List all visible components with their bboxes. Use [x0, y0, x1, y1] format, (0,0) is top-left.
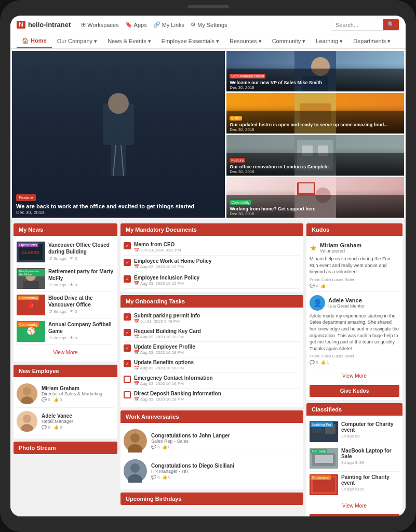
hero-section: Feature We are back to work at the offic… — [10, 49, 406, 219]
employee-name: Adele Vance — [42, 413, 73, 419]
doc-checkbox[interactable] — [124, 242, 131, 249]
news-title: Retirement party for Marty McFly — [48, 268, 114, 282]
anniversary-item[interactable]: Congratulations to John Langer Sales Rep… — [124, 426, 300, 456]
task-checkbox[interactable] — [124, 376, 131, 383]
news-item[interactable]: Operations CLOSED Vancouver Office Close… — [17, 239, 114, 265]
classified-tag: For Sale — [311, 449, 327, 454]
news-thumb: Employees on the Move — [17, 268, 45, 289]
nav-apps[interactable]: 🔖 Apps — [125, 21, 147, 28]
emp-comments: 💬 0 — [42, 425, 50, 430]
anniversary-avatar — [124, 459, 147, 483]
anniversary-meta: 💬 0 👍 0 — [151, 475, 234, 480]
news-time: ⏱ 8d ago — [48, 283, 66, 287]
classified-item[interactable]: Fundraiser Painting for Charity event 3d… — [310, 472, 399, 498]
employee-avatar — [17, 411, 37, 432]
doc-checkbox[interactable] — [124, 275, 131, 283]
kudos-meta: 💬 0 👍 1 — [310, 284, 399, 288]
task-date: 📅 Aug 03, 2020 10:18 PM — [134, 366, 194, 370]
task-checkbox[interactable] — [124, 360, 131, 367]
news-view-more[interactable]: View More — [17, 345, 114, 358]
task-title: Direct Deposit Banking Information — [134, 391, 221, 396]
anniversaries-section: Work Anniversaries Congratulations to Jo… — [120, 410, 303, 489]
task-item[interactable]: Emergency Contact Information 📅 Aug 03, … — [124, 373, 300, 389]
three-column-layout: My News Operations CLOSED Vancouver Offi… — [10, 223, 406, 516]
hero-top-right1[interactable]: Staff Announcement Welcome our new VP of… — [226, 51, 404, 91]
doc-item[interactable]: Memo from CEO 📅 Jun 29, 2020 9:31 PM — [124, 239, 300, 256]
nav-resources[interactable]: Resources ▾ — [224, 35, 267, 48]
nav-learning[interactable]: Learning ▾ — [311, 35, 348, 48]
upcoming-birthdays-header: Upcoming Birthdays — [120, 493, 303, 505]
classified-item[interactable]: Looking For Computer for Charity event 3… — [310, 419, 399, 445]
search-input[interactable] — [331, 20, 383, 30]
anniversary-avatar — [124, 429, 147, 453]
hero-tr1-tag: Staff Announcement — [230, 74, 265, 78]
classifieds-view-more[interactable]: View More — [310, 498, 399, 512]
emp-likes: 👍 0 — [53, 397, 62, 402]
news-item[interactable]: Community ⚾ Annual Company Softball Game… — [17, 318, 114, 345]
task-item[interactable]: Update Employee Profile 📅 Aug 03, 2020 1… — [124, 342, 300, 357]
task-checkbox[interactable] — [124, 391, 131, 398]
doc-item[interactable]: Employee Work at Home Policy 📅 Aug 03, 2… — [124, 256, 300, 272]
task-item[interactable]: Request Building Key Card 📅 Aug 03, 2020… — [124, 326, 300, 342]
task-date: 📅 Aug 03, 2020 10:18 PM — [134, 397, 221, 402]
settings-icon: ⚙ — [191, 21, 196, 28]
nav-employee-essentials[interactable]: Employee Essentials ▾ — [156, 35, 224, 48]
nav-our-company[interactable]: Our Company ▾ — [52, 35, 103, 48]
classified-info: MacBook Laptop for Sale 3d ago $499 — [341, 448, 399, 465]
hero-right-column: Staff Announcement Welcome our new VP of… — [226, 51, 404, 218]
svg-text:🩸: 🩸 — [25, 299, 36, 309]
task-item[interactable]: Submit parking permit info 📅 Jul 31, 202… — [124, 311, 300, 326]
nav-workspaces[interactable]: ⊞ Workspaces — [81, 21, 118, 28]
classified-title: MacBook Laptop for Sale — [341, 448, 399, 459]
anniversaries-body: Congratulations to John Langer Sales Rep… — [120, 423, 303, 489]
hero-br2-tag: Community — [230, 200, 251, 205]
task-checkbox[interactable] — [124, 329, 131, 336]
news-item[interactable]: Community 🩸 Blood Drive at the Vancouver… — [17, 292, 114, 318]
nav-my-links[interactable]: 🔗 My Links — [153, 21, 184, 28]
nav-community[interactable]: Community ▾ — [267, 35, 311, 48]
hero-bot-right1[interactable]: Feature Our office renovation in London … — [226, 135, 404, 176]
hero-main-article[interactable]: Feature We are back to work at the offic… — [12, 51, 225, 218]
search-button[interactable]: 🔍 — [383, 19, 399, 30]
doc-checkbox[interactable] — [124, 259, 131, 266]
new-employee-section: New Employee Miriam Graham Director of S… — [14, 365, 117, 438]
doc-date: 📅 Aug 03, 2020 10:12 PM — [134, 281, 199, 286]
hero-br1-caption: Feature Our office renovation in London … — [226, 153, 404, 176]
classified-meta: 3d ago $199 — [341, 487, 399, 491]
home-icon: 🏠 — [22, 37, 29, 44]
hero-bot-right2[interactable]: Community Working from home? Get support… — [226, 177, 404, 218]
kudos-avatar-icon: 👤 — [310, 295, 325, 311]
logo[interactable]: hi hello-intranet — [17, 21, 71, 29]
doc-item[interactable]: Employee Inclusion Policy 📅 Aug 03, 2020… — [124, 272, 300, 289]
my-news-section: My News Operations CLOSED Vancouver Offi… — [14, 223, 117, 362]
give-kudos-button[interactable]: Give Kudos — [310, 385, 399, 397]
task-checkbox[interactable] — [124, 344, 131, 352]
task-item[interactable]: Direct Deposit Banking Information 📅 Aug… — [124, 389, 300, 404]
anniversary-item[interactable]: Congratulations to Diego Siciliani HR Ma… — [124, 456, 300, 486]
task-info: Submit parking permit info 📅 Jul 31, 202… — [134, 313, 200, 324]
task-info: Update Employee Profile 📅 Aug 03, 2020 1… — [134, 344, 195, 355]
my-news-header: My News — [14, 223, 117, 236]
anniversary-role: Sales Rep - Sales — [151, 438, 230, 444]
task-checkbox[interactable] — [124, 313, 131, 321]
add-item-button[interactable]: Add New Item — [310, 514, 399, 516]
nav-departments[interactable]: Departments ▾ — [348, 35, 396, 48]
news-item[interactable]: Employees on the Move Retirement party f… — [17, 265, 114, 292]
nav-home[interactable]: 🏠 Home — [17, 34, 52, 48]
hero-top-right2[interactable]: Bistro Our updated bistro is open and re… — [226, 93, 404, 134]
links-icon: 🔗 — [153, 21, 160, 28]
task-item[interactable]: Update Benefits options 📅 Aug 03, 2020 1… — [124, 357, 300, 373]
nav-my-settings[interactable]: ⚙ My Settings — [191, 21, 227, 28]
hero-main-date: Dec 30, 2018 — [16, 210, 221, 215]
classified-item[interactable]: For Sale MacBook Laptop for Sale 3d ago … — [310, 445, 399, 472]
news-time: ⏱ 8d ago — [48, 309, 66, 314]
nav-news-events[interactable]: News & Events ▾ — [102, 35, 156, 48]
news-info: Blood Drive at the Vancouver Office ⏱ 8d… — [48, 295, 114, 314]
classifieds-header: Classifieds — [306, 403, 402, 416]
news-views: 👁 0 — [70, 256, 77, 261]
kudos-section: Kudos ★ Miriam Graham Volunteered — [306, 223, 402, 400]
hero-tr2-tag: Bistro — [230, 116, 242, 121]
employee-item[interactable]: Miriam Graham Director of Sales & Market… — [17, 380, 114, 408]
kudos-view-more[interactable]: View More — [310, 368, 399, 382]
employee-item[interactable]: Adele Vance Retail Manager 💬 0 👍 0 — [17, 408, 114, 435]
